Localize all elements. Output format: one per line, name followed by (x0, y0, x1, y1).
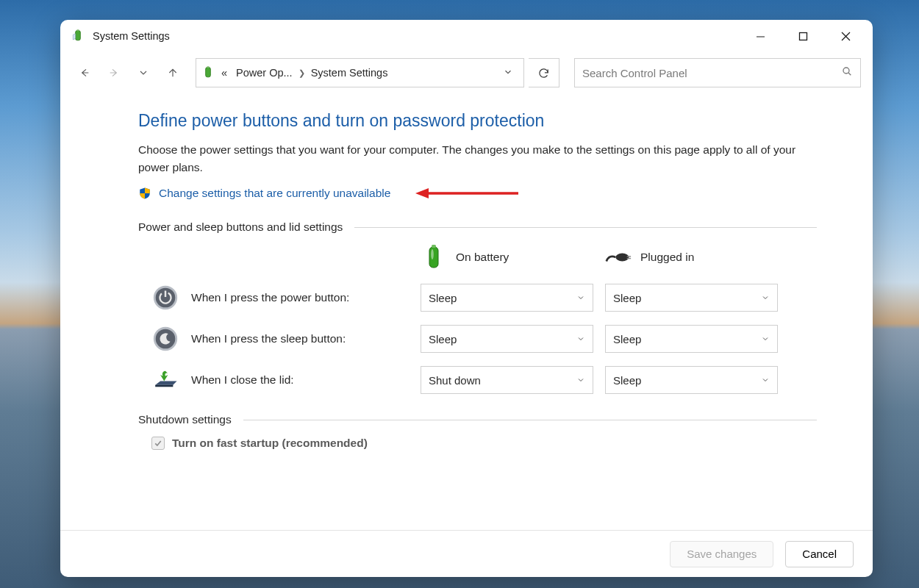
back-button[interactable] (72, 60, 97, 85)
breadcrumb-item-1[interactable]: System Settings (308, 65, 391, 80)
battery-icon (421, 244, 447, 270)
shutdown-section-header: Shutdown settings (138, 413, 817, 426)
change-settings-row: Change settings that are currently unava… (138, 187, 817, 200)
svg-marker-11 (415, 188, 429, 198)
forward-button[interactable] (101, 60, 126, 85)
address-icon (201, 65, 215, 80)
address-dropdown-button[interactable] (503, 67, 519, 79)
sleep-button-icon (151, 325, 179, 353)
chevron-down-icon (761, 292, 770, 304)
column-on-battery-label: On battery (456, 251, 509, 264)
chevron-down-icon (761, 374, 770, 387)
close-lid-plugged-in-dropdown[interactable]: Sleep (605, 366, 778, 394)
svg-rect-18 (627, 258, 631, 259)
plug-icon (605, 244, 632, 270)
annotation-arrow-icon (415, 187, 518, 200)
minimize-button[interactable] (749, 25, 771, 47)
close-lid-icon (151, 366, 179, 394)
divider (354, 227, 817, 228)
dropdown-value: Sleep (613, 374, 641, 387)
content-scroll[interactable]: Define power buttons and turn on passwor… (60, 93, 861, 530)
uac-shield-icon (138, 187, 151, 200)
svg-rect-6 (206, 68, 211, 77)
close-button[interactable] (834, 25, 857, 47)
svg-point-8 (843, 68, 849, 74)
column-plugged-in-label: Plugged in (640, 251, 694, 264)
chevron-right-icon: ❯ (298, 68, 305, 78)
cancel-button[interactable]: Cancel (785, 541, 854, 567)
breadcrumb-prefix[interactable]: « (218, 65, 230, 80)
row-power-button-label: When I press the power button: (191, 291, 349, 304)
column-plugged-in: Plugged in (605, 244, 778, 270)
window: System Settings « Power Op... ❯ System S… (60, 20, 873, 577)
maximize-button[interactable] (792, 25, 814, 47)
shutdown-section-title: Shutdown settings (138, 413, 232, 426)
power-button-on-battery-dropdown[interactable]: Sleep (421, 284, 593, 312)
power-sleep-section-header: Power and sleep buttons and lid settings (138, 220, 817, 234)
recent-locations-button[interactable] (131, 60, 156, 85)
power-button-icon (151, 284, 179, 312)
svg-rect-7 (207, 66, 209, 68)
svg-line-9 (848, 73, 851, 75)
svg-rect-17 (627, 256, 631, 257)
chevron-down-icon (576, 333, 585, 345)
fast-startup-row: Turn on fast startup (recommended) (138, 437, 817, 450)
page-heading: Define power buttons and turn on passwor… (138, 111, 817, 131)
sleep-button-on-battery-dropdown[interactable]: Sleep (421, 325, 593, 353)
svg-point-15 (431, 249, 434, 259)
close-lid-on-battery-dropdown[interactable]: Shut down (421, 366, 593, 394)
chevron-down-icon (576, 374, 585, 387)
svg-rect-0 (76, 31, 81, 40)
content-area: Define power buttons and turn on passwor… (60, 93, 873, 530)
row-sleep-button: When I press the sleep button: (151, 325, 409, 353)
chevron-down-icon (761, 333, 770, 345)
dropdown-value: Sleep (613, 333, 641, 345)
chevron-down-icon (576, 292, 585, 304)
up-button[interactable] (160, 60, 185, 85)
app-icon (71, 29, 85, 43)
fast-startup-label: Turn on fast startup (recommended) (172, 437, 368, 450)
column-on-battery: On battery (421, 244, 593, 270)
row-sleep-button-label: When I press the sleep button: (191, 332, 346, 345)
svg-rect-12 (429, 247, 438, 268)
svg-rect-3 (799, 32, 807, 40)
window-controls (749, 25, 867, 47)
save-changes-button[interactable]: Save changes (670, 541, 773, 567)
dropdown-value: Sleep (429, 292, 457, 304)
search-box[interactable] (574, 58, 861, 87)
page-description: Choose the power settings that you want … (138, 141, 817, 176)
address-bar[interactable]: « Power Op... ❯ System Settings (196, 58, 524, 87)
row-power-button: When I press the power button: (151, 284, 409, 312)
power-button-plugged-in-dropdown[interactable]: Sleep (605, 284, 778, 312)
refresh-button[interactable] (529, 58, 559, 87)
power-sleep-grid: On battery Plugged in When I press the p… (138, 244, 817, 394)
power-sleep-section-title: Power and sleep buttons and lid settings (138, 220, 343, 234)
dropdown-value: Sleep (429, 333, 457, 345)
footer: Save changes Cancel (60, 530, 873, 577)
dropdown-value: Sleep (613, 292, 641, 304)
svg-point-16 (615, 254, 629, 262)
titlebar: System Settings (60, 20, 873, 52)
row-close-lid-label: When I close the lid: (191, 373, 294, 387)
search-input[interactable] (582, 67, 841, 79)
svg-rect-1 (76, 29, 79, 31)
navbar: « Power Op... ❯ System Settings (60, 52, 873, 93)
svg-rect-14 (432, 245, 436, 248)
divider (243, 420, 817, 420)
sleep-button-plugged-in-dropdown[interactable]: Sleep (605, 325, 778, 353)
change-settings-link[interactable]: Change settings that are currently unava… (159, 187, 390, 200)
breadcrumb-item-0[interactable]: Power Op... (233, 65, 296, 80)
search-icon[interactable] (841, 65, 853, 80)
row-close-lid: When I close the lid: (151, 366, 409, 394)
dropdown-value: Shut down (429, 374, 481, 387)
fast-startup-checkbox[interactable] (151, 437, 165, 450)
window-title: System Settings (93, 30, 170, 42)
